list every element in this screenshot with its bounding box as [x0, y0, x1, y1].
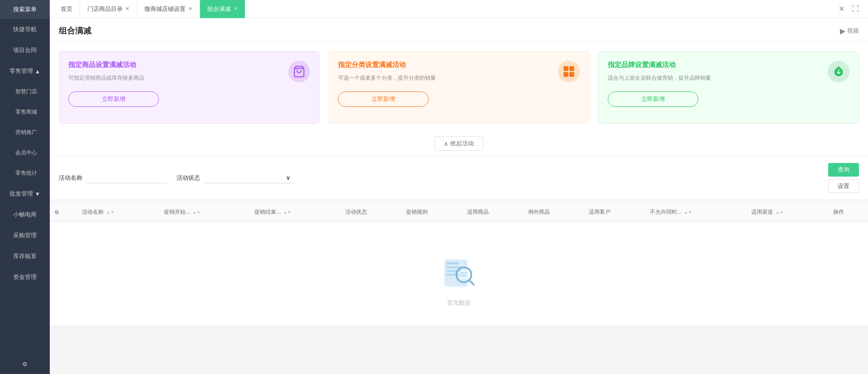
sidebar-item-purchase-mgmt[interactable]: 采购管理	[0, 225, 50, 246]
sort-arrows-applicable-channel: ▲▼	[776, 210, 784, 215]
product-card: 指定商品设置满减活动 可指定滞销商品或库存较多商品 立即新增	[59, 51, 320, 124]
brand-card-title: 指定品牌设置满减活动	[608, 61, 849, 69]
filter-name-label: 活动名称	[59, 174, 82, 182]
sidebar-item-retail-mgmt[interactable]: 零售管理 ▲	[0, 61, 50, 82]
brand-card-icon	[828, 61, 849, 82]
chevron-up-icon-collapse: ∧	[444, 140, 448, 147]
gear-icon: ⚙	[22, 361, 28, 368]
sidebar-item-inventory[interactable]: 库存核算	[0, 246, 50, 267]
filter-bar: 活动名称 活动状态 ∨ 查询 设置	[50, 156, 868, 199]
page-title: 组合满减	[59, 25, 91, 36]
svg-rect-3	[569, 72, 574, 77]
query-btn[interactable]: 查询	[828, 163, 859, 177]
brand-card: 指定品牌设置满减活动 适合与上游企业联合做营销，提升品牌销量 立即新增	[598, 51, 859, 124]
cards-section: 指定商品设置满减活动 可指定滞销商品或库存较多商品 立即新增 指定分类设置满减活…	[50, 42, 868, 133]
content-area: 组合满减 ▶ 视频 指定商品设置满减活动 可指定滞销商品或库存较多商品 立即新增	[50, 18, 868, 374]
sidebar-settings-btn[interactable]: ⚙	[0, 355, 50, 374]
filter-actions: 查询 设置	[828, 163, 859, 193]
svg-rect-6	[447, 262, 459, 264]
table-col-applicable-goods: 适用商品	[463, 203, 524, 222]
sidebar-item-wholesale-mgmt[interactable]: 批发管理 ▼	[0, 183, 50, 204]
sidebar-item-finance-mgmt[interactable]: 资金管理	[0, 267, 50, 288]
settings-btn[interactable]: 设置	[828, 179, 859, 193]
sidebar-item-project-contract[interactable]: 项目合同	[0, 40, 50, 61]
table-col-settings[interactable]: ⚙	[50, 203, 77, 222]
table-body: 暂无数据	[50, 222, 868, 326]
sidebar-item-retail-stats[interactable]: 零售统计	[0, 163, 50, 183]
data-table: ⚙ 活动名称 ▲▼ 促销开始... ▲▼ 促销结束... ▲▼	[50, 203, 868, 325]
product-card-desc: 可指定滞销商品或库存较多商品	[68, 74, 310, 82]
table-col-promo-start[interactable]: 促销开始... ▲▼	[159, 203, 250, 222]
tab-bar: 首页 门店商品目录 ✕ 微商城店铺设置 ✕ 组合满减 ✕ ✕ ⛶	[50, 0, 868, 18]
sort-arrows-no-concurrent: ▲▼	[684, 210, 692, 215]
svg-rect-0	[563, 66, 568, 71]
svg-rect-1	[569, 66, 574, 71]
table-col-applicable-customer: 适用客户	[584, 203, 645, 222]
tab-wechat-store[interactable]: 微商城店铺设置 ✕	[137, 0, 200, 18]
product-card-add-btn[interactable]: 立即新增	[68, 91, 159, 107]
filter-status-label: 活动状态	[176, 174, 200, 182]
empty-text: 暂无数据	[447, 299, 471, 307]
table-col-activity-status: 活动状态	[341, 203, 402, 222]
table-col-no-concurrent[interactable]: 不允许同时... ▲▼	[645, 203, 747, 222]
table-header: ⚙ 活动名称 ▲▼ 促销开始... ▲▼ 促销结束... ▲▼	[50, 203, 868, 222]
chevron-down-icon: ▼	[35, 191, 41, 197]
main-area: 首页 门店商品目录 ✕ 微商城店铺设置 ✕ 组合满减 ✕ ✕ ⛶ 组合满减 ▶ …	[50, 0, 868, 374]
category-card-title: 指定分类设置满减活动	[338, 61, 580, 69]
table-col-applicable-channel[interactable]: 适用渠道 ▲▼	[747, 203, 829, 222]
sidebar-item-smart-store[interactable]: 智慧门店	[0, 82, 50, 102]
tab-close-store-catalog[interactable]: ✕	[125, 6, 129, 12]
brand-card-desc: 适合与上游企业联合做营销，提升品牌销量	[608, 74, 849, 82]
video-link[interactable]: ▶ 视频	[840, 27, 859, 35]
empty-state: 暂无数据	[50, 222, 868, 325]
tab-combo-discount[interactable]: 组合满减 ✕	[200, 0, 245, 18]
table-col-exception-goods: 例外商品	[524, 203, 585, 222]
empty-illustration	[434, 249, 484, 299]
close-window-btn[interactable]: ✕	[837, 3, 846, 15]
play-icon: ▶	[840, 27, 845, 35]
table-section: ⚙ 活动名称 ▲▼ 促销开始... ▲▼ 促销结束... ▲▼	[50, 203, 868, 325]
brand-card-add-btn[interactable]: 立即新增	[608, 91, 698, 107]
svg-rect-2	[563, 72, 568, 77]
sort-arrows-promo-end: ▲▼	[283, 210, 291, 215]
product-card-title: 指定商品设置满减活动	[68, 61, 310, 69]
category-card-icon	[558, 61, 580, 82]
svg-point-11	[458, 269, 469, 280]
category-card-desc: 可选一个或者多个分类，提升分类的销量	[338, 74, 580, 82]
table-col-promo-rule: 促销规则	[401, 203, 463, 222]
category-card-add-btn[interactable]: 立即新增	[338, 91, 429, 107]
empty-state-cell: 暂无数据	[50, 222, 868, 326]
collapse-bar: ∧ 收起活动	[50, 133, 868, 156]
sidebar-search[interactable]: 搜索菜单	[0, 0, 50, 19]
dropdown-chevron-icon: ∨	[286, 174, 291, 181]
chevron-up-icon: ▲	[35, 68, 41, 75]
tab-store-catalog[interactable]: 门店商品目录 ✕	[80, 0, 137, 18]
fullscreen-btn[interactable]: ⛶	[850, 3, 861, 15]
table-settings-icon: ⚙	[54, 209, 59, 216]
tab-home[interactable]: 首页	[53, 0, 80, 18]
tab-close-wechat-store[interactable]: ✕	[188, 6, 192, 12]
table-col-operation: 操作	[829, 203, 868, 222]
sort-arrows-promo-start: ▲▼	[192, 210, 200, 215]
tab-actions: ✕ ⛶	[837, 3, 864, 15]
filter-name-input[interactable]	[86, 173, 167, 183]
table-col-promo-end[interactable]: 促销结束... ▲▼	[250, 203, 340, 222]
product-card-icon	[288, 61, 310, 82]
category-card: 指定分类设置满减活动 可选一个或者多个分类，提升分类的销量 立即新增	[329, 51, 589, 124]
sidebar-item-marketing[interactable]: 营销推广	[0, 122, 50, 143]
sidebar: 搜索菜单 快捷导航 项目合同 零售管理 ▲ 智慧门店 零售商城 营销推广 会员中…	[0, 0, 50, 374]
sort-arrows-activity-name: ▲▼	[106, 210, 114, 215]
filter-group-name: 活动名称	[59, 173, 167, 183]
page-header: 组合满减 ▶ 视频	[50, 18, 868, 42]
table-col-activity-name[interactable]: 活动名称 ▲▼	[77, 203, 159, 222]
tab-close-combo-discount[interactable]: ✕	[234, 6, 238, 12]
sidebar-item-member-center[interactable]: 会员中心	[0, 143, 50, 163]
filter-status-select[interactable]: ∨	[204, 173, 294, 183]
sidebar-item-quick-nav[interactable]: 快捷导航	[0, 19, 50, 40]
sidebar-item-xiaochang[interactable]: 小畅电商	[0, 204, 50, 225]
sidebar-item-retail-mall[interactable]: 零售商城	[0, 102, 50, 122]
filter-group-status: 活动状态 ∨	[176, 173, 294, 183]
collapse-activities-btn[interactable]: ∧ 收起活动	[434, 136, 483, 151]
